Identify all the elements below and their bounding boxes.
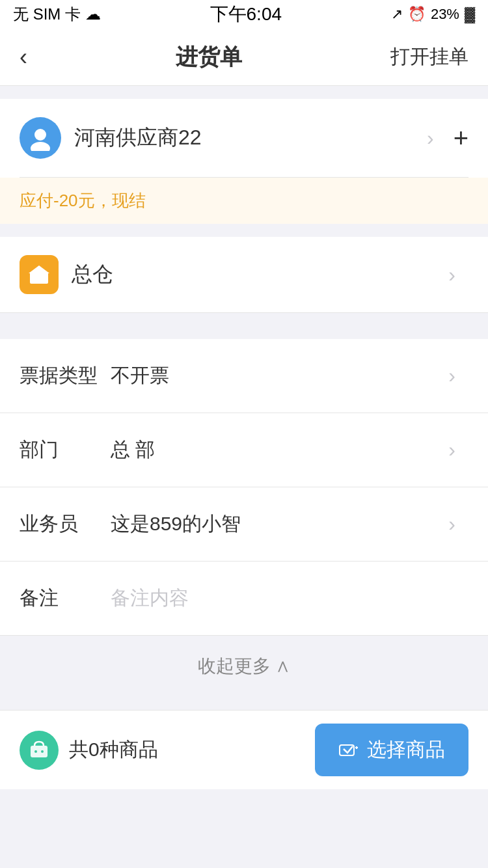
invoice-type-label: 票据类型: [20, 362, 98, 389]
product-count-text: 共0种商品: [69, 737, 158, 763]
select-product-label: 选择商品: [367, 737, 445, 763]
svg-rect-2: [30, 272, 48, 284]
salesperson-value: 这是859的小智: [111, 511, 448, 537]
warehouse-chevron-icon: ›: [448, 263, 455, 287]
supplier-row[interactable]: 河南供应商22 › +: [20, 99, 468, 177]
supplier-avatar: [20, 117, 61, 159]
section-gap-1: [0, 86, 488, 99]
department-chevron-icon: ›: [448, 438, 455, 462]
page-background: [0, 789, 488, 868]
battery-label: 23%: [431, 6, 459, 23]
warehouse-name: 总仓: [72, 260, 448, 289]
product-count-area: 共0种商品: [20, 731, 158, 770]
product-icon: [20, 731, 59, 770]
location-icon: ↗: [391, 6, 403, 23]
form-row-salesperson[interactable]: 业务员 这是859的小智 ›: [0, 487, 488, 562]
bottom-bar: 共0种商品 选择商品: [0, 710, 488, 789]
form-row-invoice-type[interactable]: 票据类型 不开票 ›: [0, 339, 488, 413]
department-label: 部门: [20, 437, 98, 463]
supplier-chevron-icon: ›: [427, 126, 434, 150]
nav-bar: ‹ 进货单 打开挂单: [0, 29, 488, 86]
form-row-department[interactable]: 部门 总 部 ›: [0, 413, 488, 487]
section-gap-3: [0, 313, 488, 326]
add-supplier-button[interactable]: +: [454, 124, 468, 153]
department-value: 总 部: [111, 437, 448, 463]
notice-banner: 应付-20元，现结: [0, 178, 488, 224]
supplier-section: 河南供应商22 › +: [0, 99, 488, 178]
svg-point-1: [31, 142, 50, 151]
open-pending-button[interactable]: 打开挂单: [390, 44, 468, 70]
status-left: 无 SIM 卡 ☁: [13, 4, 101, 25]
collapse-row[interactable]: 收起更多 ∧: [0, 635, 488, 697]
form-row-remark[interactable]: 备注 备注内容: [0, 562, 488, 635]
svg-point-6: [41, 750, 44, 753]
remark-label: 备注: [20, 585, 98, 612]
invoice-type-chevron-icon: ›: [448, 364, 455, 388]
select-product-button[interactable]: 选择商品: [315, 724, 468, 776]
form-section: 票据类型 不开票 › 部门 总 部 › 业务员 这是859的小智 › 备注 备注…: [0, 339, 488, 635]
alarm-icon: ⏰: [408, 6, 426, 23]
status-time: 下午6:04: [210, 2, 282, 27]
svg-point-5: [34, 750, 37, 753]
page-title: 进货单: [176, 42, 242, 72]
section-gap-2: [0, 224, 488, 237]
svg-point-0: [34, 129, 46, 141]
warehouse-row[interactable]: 总仓 ›: [0, 237, 488, 313]
svg-rect-4: [31, 746, 47, 757]
back-button[interactable]: ‹: [20, 44, 27, 71]
warehouse-icon: [20, 255, 59, 294]
signal-label: 无 SIM 卡 ☁: [13, 4, 101, 25]
section-gap-4: [0, 697, 488, 710]
salesperson-label: 业务员: [20, 511, 98, 537]
svg-marker-3: [29, 265, 49, 273]
status-bar: 无 SIM 卡 ☁ 下午6:04 ↗ ⏰ 23% ▓: [0, 0, 488, 29]
supplier-name: 河南供应商22: [74, 124, 427, 152]
invoice-type-value: 不开票: [111, 362, 448, 389]
salesperson-chevron-icon: ›: [448, 512, 455, 536]
battery-icon: ▓: [465, 6, 475, 23]
status-right: ↗ ⏰ 23% ▓: [391, 6, 475, 23]
remark-input[interactable]: 备注内容: [111, 585, 468, 612]
